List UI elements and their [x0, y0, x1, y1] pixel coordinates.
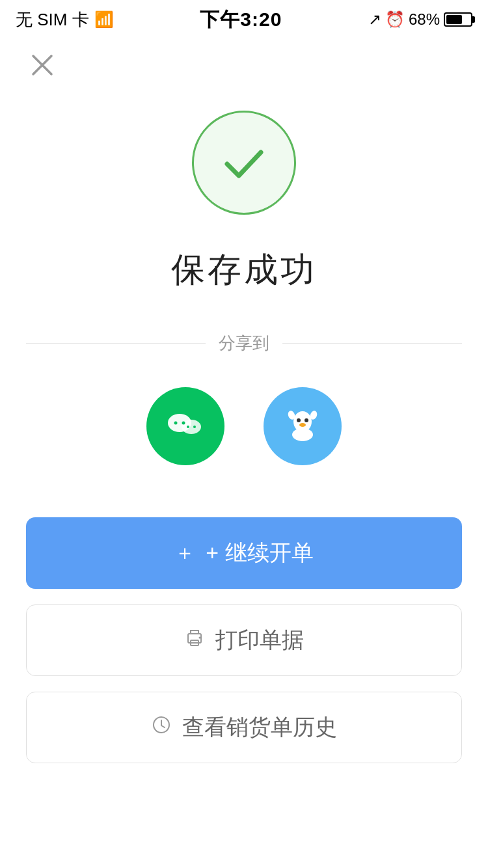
- continue-button[interactable]: ＋ + 继续开单: [26, 517, 462, 589]
- share-icons: [146, 387, 342, 465]
- checkmark-icon: [218, 137, 270, 189]
- wechat-share-button[interactable]: [146, 387, 224, 465]
- success-circle: [192, 111, 296, 215]
- alarm-icon: ⏰: [385, 10, 405, 29]
- plus-icon: ＋: [174, 539, 195, 567]
- print-label: 打印单据: [215, 625, 304, 655]
- history-button[interactable]: 查看销货单历史: [26, 692, 462, 763]
- printer-icon: [184, 627, 205, 653]
- svg-point-17: [199, 637, 201, 639]
- close-icon: [31, 53, 54, 77]
- qq-icon: [280, 403, 325, 449]
- svg-point-11: [305, 418, 308, 422]
- qq-share-button[interactable]: [264, 387, 342, 465]
- svg-point-6: [187, 426, 189, 428]
- svg-point-9: [292, 428, 313, 441]
- svg-point-5: [182, 422, 185, 425]
- svg-point-7: [193, 426, 196, 428]
- divider-right: [282, 343, 462, 344]
- close-button[interactable]: [26, 49, 59, 81]
- wifi-icon: 📶: [94, 10, 114, 29]
- battery-icon: [444, 12, 472, 27]
- print-button[interactable]: 打印单据: [26, 604, 462, 676]
- share-section: 分享到: [26, 332, 462, 355]
- svg-point-12: [299, 423, 306, 427]
- share-label: 分享到: [219, 332, 269, 355]
- status-left: 无 SIM 卡 📶: [16, 8, 114, 31]
- svg-point-4: [174, 422, 178, 425]
- battery-text: 68%: [409, 10, 440, 29]
- action-buttons: ＋ + 继续开单 打印单据 查看销货单历史: [26, 517, 462, 763]
- status-bar: 无 SIM 卡 📶 下午3:20 ↗ ⏰ 68%: [0, 0, 488, 39]
- wechat-icon: [163, 403, 208, 449]
- no-sim-text: 无 SIM 卡: [16, 8, 89, 31]
- divider-left: [26, 343, 206, 344]
- status-time: 下午3:20: [200, 7, 282, 33]
- svg-point-10: [297, 418, 301, 422]
- history-label: 查看销货单历史: [182, 712, 337, 742]
- success-title: 保存成功: [171, 247, 317, 293]
- main-content: 保存成功 分享到: [0, 39, 488, 763]
- status-right: ↗ ⏰ 68%: [368, 10, 472, 29]
- clock-icon: [151, 714, 172, 740]
- location-icon: ↗: [368, 10, 381, 29]
- continue-label: + 继续开单: [206, 538, 313, 568]
